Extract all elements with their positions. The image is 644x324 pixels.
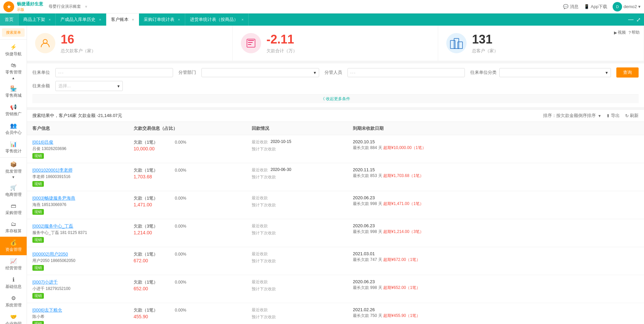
industry-dropdown-icon[interactable]: ▾ — [85, 4, 87, 9]
sidebar-item-wholesale-mgmt[interactable]: 📦 批发管理 ▼ — [0, 158, 27, 182]
collapse-bar[interactable]: 《 收起更多条件 — [32, 94, 639, 103]
collection-cell: 最近收款 预计下次收款 — [252, 307, 353, 320]
basic-info-icon: ℹ — [12, 276, 15, 283]
retail-mgmt-icon: 🛍 — [11, 62, 16, 68]
overdue-detail-link[interactable]: 超期¥672.00（1笔） — [383, 257, 420, 262]
stat-item-debt: -2.11 欠款合计（万） — [233, 26, 439, 61]
customer-name-link[interactable]: [0001020001]李老师 — [32, 168, 73, 173]
retail-store-label: 零售商城 — [5, 93, 22, 98]
tab-customer-account-close[interactable]: × — [132, 18, 134, 22]
customer-tag: 现销 — [32, 321, 44, 324]
sidebar-item-purchase-mgmt[interactable]: 🗃 采购管理 — [0, 200, 27, 218]
overdue-detail-link[interactable]: 超期¥1,214.00（3笔） — [383, 229, 424, 234]
video-link[interactable]: ▶ 视频 — [614, 30, 626, 35]
sidebar-item-quick-nav[interactable]: ⚡ 快捷导航 — [0, 41, 27, 60]
tab-customer-account[interactable]: 客户账本 × — [106, 13, 139, 26]
overdue-detail-link[interactable]: 超期¥652.00（1笔） — [383, 285, 420, 290]
tab-bar: 首页 商品上下架 × 产成品入库单历史 × 客户账本 × 采购订单统计表 × 进… — [0, 13, 644, 26]
stat-label-debt: 欠款合计（万） — [267, 48, 430, 54]
overdue-date: 2020.10.15 — [353, 139, 639, 144]
debt-percent: 0.00% — [175, 140, 186, 145]
user-menu[interactable]: D demo2 ▾ — [613, 2, 641, 11]
dept-dropdown-icon: ▾ — [314, 70, 316, 75]
last-collection-date: 2020-10-15 — [271, 139, 291, 145]
sort-select[interactable]: 排序：按欠款金额倒序排序 ▾ — [543, 113, 601, 119]
overdue-days: 最长欠款 884 天 超期¥10,000.00（1笔） — [353, 145, 639, 151]
refresh-icon: ↻ — [625, 113, 629, 118]
sidebar-item-marketing[interactable]: 📢 营销推广 — [0, 101, 27, 120]
filter-dept: 分管部门 ▾ — [178, 68, 319, 77]
tab-product-history-label: 产成品入库单历史 — [60, 17, 95, 23]
tab-inbound-stats[interactable]: 进货单统计表（按商品） × — [185, 13, 249, 26]
overdue-detail-link[interactable]: 超期¥1,471.00（1笔） — [383, 201, 424, 206]
source-unit-input[interactable]: ··· — [55, 68, 173, 77]
retail-mgmt-label: 零售管理 — [5, 69, 22, 75]
refresh-btn[interactable]: ↻ 刷新 — [625, 113, 639, 119]
user-dropdown-icon: ▾ — [638, 4, 641, 9]
table-row: [0002]服务中心_丁磊 服务中心_丁磊 181 0125 8371 现销 欠… — [27, 219, 644, 247]
tab-purchase-orders[interactable]: 采购订单统计表 × — [139, 13, 185, 26]
overdue-detail-link[interactable]: 超期¥10,000.00（1笔） — [383, 145, 426, 150]
customer-name-link[interactable]: [000002]用户2050 — [32, 252, 68, 257]
next-collection-label: 预计下次收款 — [252, 146, 353, 152]
sidebar-item-basic-info[interactable]: ℹ 基础信息 — [0, 274, 27, 292]
debt-percent: 0.00% — [175, 280, 186, 285]
system-mgmt-icon: ⚙ — [11, 295, 16, 301]
tab-product-history-close[interactable]: × — [99, 18, 101, 22]
customer-name-link[interactable]: [0002]服务中心_丁磊 — [32, 224, 73, 229]
avatar: D — [613, 2, 622, 11]
tab-purchase-orders-close[interactable]: × — [178, 18, 180, 22]
debt-amount: 1,214.00 — [134, 230, 158, 235]
sidebar-item-members[interactable]: 👥 会员中心 — [0, 120, 27, 138]
app-download-btn[interactable]: 📱 App下载 — [584, 4, 607, 10]
export-btn[interactable]: ⬆ 导出 — [606, 113, 620, 119]
sidebar-item-retail-mgmt[interactable]: 🛍 零售管理 ▲ — [0, 60, 27, 83]
sidebar-item-finance-mgmt[interactable]: 💰 资金管理 — [0, 237, 27, 255]
manager-input[interactable]: ··· — [347, 68, 465, 77]
logo-text-container: 畅捷通好生意 示版 — [17, 1, 43, 12]
tab-products-online[interactable]: 商品上下架 × — [19, 13, 56, 26]
tab-inbound-stats-close[interactable]: × — [242, 18, 244, 22]
wholesale-mgmt-arrow: ▼ — [12, 175, 15, 179]
search-btn[interactable]: 查询 — [616, 67, 639, 78]
help-link[interactable]: ? 帮助 — [628, 30, 640, 35]
refresh-label: 刷新 — [630, 113, 639, 119]
sidebar-item-operations[interactable]: 📈 经营管理 — [0, 255, 27, 274]
sidebar-item-enterprise-collab[interactable]: 🤝 企业协同 — [0, 311, 27, 324]
customer-info-cell: [0007]小进千 小进千 18279152100 现销 — [32, 279, 134, 299]
sidebar-item-ecommerce[interactable]: 🛒 电商管理 — [0, 182, 27, 200]
tab-product-history[interactable]: 产成品入库单历史 × — [56, 13, 106, 26]
tab-products-online-close[interactable]: × — [49, 18, 51, 22]
messages-btn[interactable]: 💬 消息 — [563, 4, 579, 10]
sidebar-item-retail-store[interactable]: 🏪 零售商城 — [0, 83, 27, 101]
svg-rect-1 — [450, 40, 455, 49]
basic-info-label: 基础信息 — [5, 284, 22, 290]
unit-category-dropdown-icon: ▾ — [606, 70, 608, 75]
table-row: [0001020001]李老师 李老师 18600391516 现销 欠款（1笔… — [27, 163, 644, 191]
unit-category-select[interactable]: ▾ — [499, 68, 611, 77]
overdue-detail-link[interactable]: 超期¥455.90（1笔） — [383, 313, 420, 318]
overdue-detail-link[interactable]: 超期¥1,703.68（1笔） — [383, 173, 424, 178]
remaining-select[interactable]: 选择... ▾ — [55, 81, 123, 91]
tab-minimize-icon[interactable]: — — [628, 17, 634, 23]
sidebar-item-retail-stats[interactable]: 📊 零售统计 — [0, 138, 27, 157]
tab-maximize-icon[interactable]: ⤢ — [636, 17, 641, 23]
search-menu-btn[interactable]: 搜索菜单 — [2, 28, 25, 37]
remaining-label: 往来余额 — [32, 83, 53, 89]
tab-home[interactable]: 首页 — [0, 13, 19, 26]
table-row: [0007]小进千 小进千 18279152100 现销 欠款（1笔） 652.… — [27, 275, 644, 303]
customer-info-cell: [0006]去下粮仓 陈小希 现销 — [32, 307, 134, 324]
dept-select[interactable]: ▾ — [201, 68, 319, 77]
customer-name-link[interactable]: [0016]吕俊 — [32, 140, 53, 145]
tab-inbound-stats-label: 进货单统计表（按商品） — [190, 17, 238, 23]
sidebar-item-system-mgmt[interactable]: ⚙ 系统管理 — [0, 292, 27, 311]
col-header-overdue: 到期未收款日期 — [353, 125, 639, 131]
customer-name-link[interactable]: [0006]去下粮仓 — [32, 307, 62, 313]
customer-phone: 用户2050 18665062050 — [32, 258, 134, 264]
customer-name-link[interactable]: [0003]畅捷服务尹海燕 — [32, 196, 75, 201]
inventory-label: 库存核算 — [5, 228, 22, 234]
purchase-mgmt-icon: 🗃 — [11, 203, 16, 209]
debt-amount: 1,471.00 — [134, 202, 158, 207]
sidebar-item-inventory[interactable]: 🗂 库存核算 — [0, 218, 27, 237]
customer-name-link[interactable]: [0007]小进千 — [32, 279, 58, 285]
